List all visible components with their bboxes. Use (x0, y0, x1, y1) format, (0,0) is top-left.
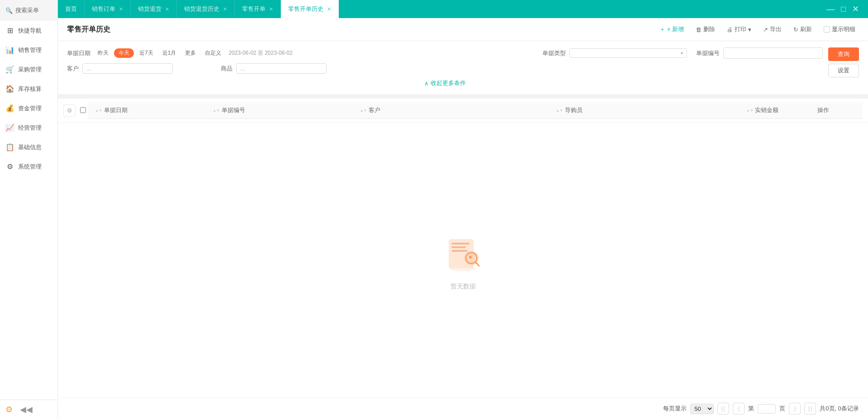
sidebar-item-purchase[interactable]: 🛒 采购管理 (0, 60, 57, 79)
settings-icon[interactable]: ⚙ (5, 405, 13, 414)
sidebar-item-basic-info[interactable]: 📋 基础信息 (0, 137, 57, 157)
filter-group-num: 单据编号 (696, 47, 823, 59)
main-area: 首页 销售订单 ✕ 销货退货 ✕ 销货退货历史 ✕ 零售开单 ✕ 零售开单历史 … (58, 0, 868, 419)
export-icon: ↗ (763, 26, 768, 33)
tab-sales-return-hist[interactable]: 销货退货历史 ✕ (177, 0, 235, 18)
window-close-btn[interactable]: ✕ (850, 4, 861, 14)
num-input[interactable] (723, 47, 823, 59)
tab-close-icon[interactable]: ✕ (327, 6, 331, 12)
customer-filter-label: 客户 (67, 65, 79, 73)
col-customer-label: 客户 (369, 107, 380, 113)
last-page-btn[interactable]: ⟩⟩ (804, 403, 816, 414)
delete-label: 删除 (703, 25, 715, 33)
add-button[interactable]: ＋ + 新增 (656, 24, 688, 35)
date-pill-today[interactable]: 今天 (114, 48, 134, 58)
add-label: + 新增 (667, 25, 684, 33)
sidebar-item-inventory[interactable]: 🏠 库存核算 (0, 79, 57, 99)
show-detail-toggle[interactable]: 显示明细 (820, 24, 859, 35)
page-title: 零售开单历史 (67, 25, 110, 40)
select-all-checkbox[interactable] (80, 107, 86, 113)
tab-sales-order[interactable]: 销售订单 ✕ (85, 0, 131, 18)
empty-text: 暂无数据 (451, 282, 476, 291)
print-button[interactable]: 🖨 打印 ▾ (723, 24, 755, 35)
date-pills: 昨天 今天 近7天 近1月 更多 自定义 2023-06-02 至 2023-0… (94, 48, 293, 58)
refresh-button[interactable]: ↻ 刷新 (790, 24, 816, 35)
sidebar-item-operations[interactable]: 📈 经营管理 (0, 118, 57, 137)
svg-line-7 (475, 262, 479, 266)
tab-close-icon[interactable]: ✕ (119, 6, 123, 12)
query-button[interactable]: 查询 (828, 47, 859, 61)
date-pill-last7[interactable]: 近7天 (136, 48, 157, 58)
num-filter-label: 单据编号 (696, 49, 720, 57)
sidebar-bottom: ⚙ ◀◀ (0, 400, 57, 419)
tab-label: 零售开单历史 (288, 5, 323, 13)
goods-filter-label: 商品 (221, 65, 232, 73)
sidebar-item-sales[interactable]: 📊 销售管理 (0, 40, 57, 60)
sidebar-item-system[interactable]: ⚙ 系统管理 (0, 157, 57, 176)
sidebar-item-label: 资金管理 (18, 104, 42, 113)
print-arrow-icon: ▾ (748, 26, 751, 33)
col-header-guide[interactable]: ▲▼ 导购员 (549, 102, 666, 119)
col-amount-sort-icon: ▲▼ (746, 109, 754, 113)
window-maximize-btn[interactable]: □ (839, 5, 848, 14)
first-page-btn[interactable]: ⟨⟨ (717, 403, 729, 414)
per-page-label: 每页显示 (663, 405, 687, 413)
type-select-arrow-icon: ▾ (681, 51, 683, 56)
col-header-num[interactable]: ▲▼ 单据编号 (205, 102, 352, 119)
total-text: 共0页, 0条记录 (820, 405, 859, 413)
table-settings-icon[interactable]: ⚙ (63, 104, 76, 117)
sales-icon: 📊 (5, 46, 14, 54)
search-menu-item[interactable]: 🔍 搜索采单 (0, 0, 57, 21)
col-header-amount[interactable]: ▲▼ 实销金额 (666, 102, 784, 119)
col-header-date[interactable]: ▲▼ 单据日期 (88, 102, 205, 119)
page-input[interactable]: 1 (758, 404, 776, 414)
sidebar-item-quick-nav[interactable]: ⊞ 快捷导航 (0, 21, 57, 40)
date-filter-label: 单据日期 (67, 49, 90, 57)
filter-row-2: 客户 ... 商品 ... (67, 63, 823, 74)
content-area: 零售开单历史 ＋ + 新增 🗑 删除 🖨 打印 ▾ ↗ 导出 (58, 18, 868, 419)
collapse-icon[interactable]: ◀◀ (20, 405, 33, 414)
page-size-select[interactable]: 20 50 100 200 (690, 404, 714, 414)
tab-close-icon[interactable]: ✕ (165, 6, 169, 12)
col-header-op: 操作 (784, 102, 863, 119)
col-num-sort-icon: ▲▼ (213, 109, 220, 113)
col-date-label: 单据日期 (104, 107, 128, 113)
show-detail-checkbox[interactable] (824, 26, 830, 33)
delete-button[interactable]: 🗑 删除 (692, 24, 719, 35)
next-page-btn[interactable]: ⟩ (789, 403, 801, 414)
tab-retail-open-hist[interactable]: 零售开单历史 ✕ (281, 0, 339, 18)
tab-label: 销货退货 (138, 5, 161, 13)
sidebar: 🔍 搜索采单 ⊞ 快捷导航 📊 销售管理 🛒 采购管理 🏠 库存核算 💰 资金管… (0, 0, 58, 419)
date-pill-last1m[interactable]: 近1月 (159, 48, 180, 58)
date-pill-yesterday[interactable]: 昨天 (94, 48, 112, 58)
nav-right: — □ ✕ (825, 4, 868, 14)
filter-group-type: 单据类型 ▾ (542, 48, 687, 58)
pagination: 每页显示 20 50 100 200 ⟨⟨ ⟨ 第 1 页 ⟩ ⟩⟩ 共0页, … (58, 398, 868, 419)
date-pill-custom[interactable]: 自定义 (201, 48, 225, 58)
tab-close-icon[interactable]: ✕ (223, 6, 227, 12)
date-pill-more[interactable]: 更多 (181, 48, 199, 58)
date-range-text: 2023-06-02 至 2023-06-02 (228, 49, 292, 57)
show-detail-label: 显示明细 (832, 25, 855, 33)
tab-sales-return[interactable]: 销货退货 ✕ (131, 0, 177, 18)
collapse-label: 收起更多条件 (431, 79, 466, 87)
customer-input[interactable]: ... (82, 63, 173, 74)
collapse-btn[interactable]: ∧ 收起更多条件 (419, 78, 471, 88)
goods-input[interactable]: ... (236, 63, 327, 74)
sidebar-item-finance[interactable]: 💰 资金管理 (0, 99, 57, 118)
window-minimize-btn[interactable]: — (825, 5, 836, 14)
col-header-customer[interactable]: ▲▼ 客户 (353, 102, 549, 119)
setting-button[interactable]: 设置 (828, 64, 859, 77)
sidebar-item-label: 快捷导航 (18, 27, 42, 35)
empty-state: 暂无数据 (58, 123, 868, 398)
operations-icon: 📈 (5, 123, 14, 132)
tab-close-icon[interactable]: ✕ (269, 6, 273, 12)
tab-home[interactable]: 首页 (58, 0, 85, 18)
type-select[interactable]: ▾ (569, 48, 687, 58)
finance-icon: 💰 (5, 104, 14, 113)
prev-page-btn[interactable]: ⟨ (733, 403, 745, 414)
export-button[interactable]: ↗ 导出 (759, 24, 785, 35)
col-amount-label: 实销金额 (755, 107, 778, 113)
tab-retail-open[interactable]: 零售开单 ✕ (235, 0, 281, 18)
collapse-row: ∧ 收起更多条件 (67, 78, 823, 88)
